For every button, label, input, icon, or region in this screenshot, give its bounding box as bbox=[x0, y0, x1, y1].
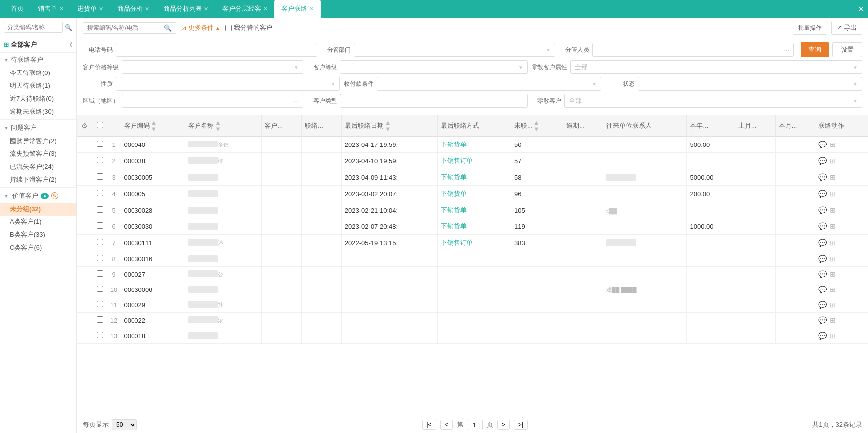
sort-icon-no-contact[interactable]: ▲▼ bbox=[534, 119, 540, 132]
contact-method-link[interactable]: 下销售订单 bbox=[441, 239, 473, 246]
chat-icon[interactable]: 💬 bbox=[818, 190, 827, 198]
sidebar-item-overdue-pending[interactable]: 逾期未联络(30) bbox=[0, 105, 76, 118]
page-input[interactable] bbox=[467, 420, 483, 430]
filter-dept-input[interactable]: ▼ bbox=[354, 43, 555, 57]
th-overdue[interactable]: 逾期... bbox=[563, 115, 603, 137]
close-purchase-tab[interactable]: ✕ bbox=[99, 0, 103, 18]
contact-method-link[interactable]: 下销货单 bbox=[441, 222, 467, 230]
row-checkbox[interactable] bbox=[97, 190, 103, 196]
sidebar-search-input[interactable] bbox=[4, 22, 63, 33]
close-product-analysis-list-tab[interactable]: ✕ bbox=[204, 0, 208, 18]
tab-customer-segment[interactable]: 客户分层经客 ✕ bbox=[215, 0, 274, 18]
tab-product-analysis-list[interactable]: 商品分析列表 ✕ bbox=[156, 0, 215, 18]
sidebar-group-pending[interactable]: ▼ 待联络客户 bbox=[0, 53, 76, 67]
row-checkbox[interactable] bbox=[97, 222, 103, 229]
th-last-contact-date[interactable]: 最后联络日期 ▲▼ bbox=[341, 115, 437, 137]
row-checkbox[interactable] bbox=[97, 173, 103, 180]
sidebar-item-abnormal[interactable]: 囤购异常客户(2) bbox=[0, 135, 76, 147]
chat-icon[interactable]: 💬 bbox=[818, 270, 827, 278]
settings-icon[interactable]: ⚙ bbox=[81, 122, 88, 130]
sidebar-item-class-c[interactable]: C类客户(6) bbox=[0, 241, 76, 254]
row-checkbox[interactable] bbox=[97, 270, 103, 277]
sidebar-item-tomorrow-pending[interactable]: 明天待联络(1) bbox=[0, 79, 76, 92]
sidebar-item-unclassified[interactable]: 未分组(32) bbox=[0, 203, 76, 216]
close-customer-contact-tab[interactable]: ✕ bbox=[309, 0, 314, 18]
query-button[interactable]: 查询 bbox=[801, 42, 829, 57]
grid-action-icon[interactable]: ⊞ bbox=[830, 222, 836, 230]
tab-customer-contact[interactable]: 客户联络 ✕ bbox=[274, 0, 321, 18]
chat-icon[interactable]: 💬 bbox=[818, 286, 827, 293]
close-product-analysis-tab[interactable]: ✕ bbox=[145, 0, 149, 18]
sidebar-search-icon[interactable]: 🔍 bbox=[65, 24, 72, 31]
grid-action-icon[interactable]: ⊞ bbox=[830, 206, 836, 214]
chat-icon[interactable]: 💬 bbox=[818, 255, 827, 263]
filter-customer-level-input[interactable]: ▼ bbox=[340, 60, 528, 74]
row-checkbox[interactable] bbox=[97, 206, 103, 213]
grid-action-icon[interactable]: ⊞ bbox=[830, 316, 836, 324]
sidebar-item-today-pending[interactable]: 今天待联络(0) bbox=[0, 67, 76, 79]
grid-action-icon[interactable]: ⊞ bbox=[830, 255, 836, 263]
close-sales-tab[interactable]: ✕ bbox=[59, 0, 64, 18]
th-this-year[interactable]: 本年... bbox=[687, 115, 735, 137]
chat-icon[interactable]: 💬 bbox=[818, 157, 827, 165]
contact-method-link[interactable]: 下销售订单 bbox=[441, 157, 473, 164]
tab-sales[interactable]: 销售单 ✕ bbox=[31, 0, 70, 18]
filter-payment-input[interactable]: ▼ bbox=[377, 77, 601, 91]
grid-action-icon[interactable]: ⊞ bbox=[830, 190, 836, 198]
export-button[interactable]: ↗ 导出 bbox=[831, 21, 862, 35]
th-no-contact[interactable]: 未联... ▲▼ bbox=[511, 115, 563, 137]
sort-icon-code[interactable]: ▲▼ bbox=[151, 119, 157, 132]
sidebar-collapse-icon[interactable]: 《 bbox=[67, 41, 72, 49]
sort-icon-date[interactable]: ▲▼ bbox=[385, 119, 391, 132]
grid-action-icon[interactable]: ⊞ bbox=[830, 173, 836, 181]
sidebar-item-class-a[interactable]: A类客户(1) bbox=[0, 216, 76, 228]
row-checkbox[interactable] bbox=[97, 286, 103, 292]
prev-page-button[interactable]: < bbox=[440, 420, 453, 430]
grid-action-icon[interactable]: ⊞ bbox=[830, 301, 836, 309]
batch-operations-button[interactable]: 批量操作 bbox=[793, 21, 827, 35]
row-checkbox[interactable] bbox=[97, 141, 103, 147]
my-customers-checkbox-label[interactable]: 我分管的客户 bbox=[225, 23, 272, 32]
filter-status-input[interactable]: ▼ bbox=[638, 77, 862, 91]
th-last-contact-method[interactable]: 最后联络方式 bbox=[438, 115, 511, 137]
filter-more-conditions[interactable]: ⊿ 更多条件 ▲ bbox=[181, 23, 220, 32]
filter-region-input[interactable]: ··· bbox=[122, 94, 303, 108]
sidebar-group-value[interactable]: ▼ 价值客户 ● ↻ bbox=[0, 189, 76, 203]
next-page-button[interactable]: > bbox=[497, 420, 510, 430]
tab-home[interactable]: 首页 bbox=[4, 0, 31, 18]
grid-action-icon[interactable]: ⊞ bbox=[830, 286, 836, 293]
sidebar-item-class-b[interactable]: B类客户(33) bbox=[0, 228, 76, 241]
filter-price-level-input[interactable]: ▼ bbox=[122, 60, 303, 74]
sort-icon-name[interactable]: ▲▼ bbox=[215, 119, 221, 132]
grid-action-icon[interactable]: ⊞ bbox=[830, 141, 836, 148]
row-checkbox[interactable] bbox=[97, 255, 103, 261]
grid-action-icon[interactable]: ⊞ bbox=[830, 270, 836, 278]
sidebar-item-declining[interactable]: 持续下滑客户(2) bbox=[0, 173, 76, 186]
sidebar-item-churn-warning[interactable]: 流失预警客户(3) bbox=[0, 147, 76, 160]
last-page-button[interactable]: >| bbox=[514, 420, 528, 430]
grid-action-icon[interactable]: ⊞ bbox=[830, 239, 836, 247]
select-all-checkbox[interactable] bbox=[97, 122, 103, 128]
filter-retail-customer-input[interactable]: 全部 ▼ bbox=[564, 94, 862, 108]
close-window-button[interactable]: ✕ bbox=[858, 4, 864, 14]
th-name[interactable]: 客户名称 ▲▼ bbox=[185, 115, 262, 137]
sidebar-all-customers[interactable]: ⊞ 全部客户 《 bbox=[0, 37, 76, 53]
th-this-month[interactable]: 本月... bbox=[775, 115, 815, 137]
my-customers-checkbox[interactable] bbox=[225, 25, 232, 31]
chat-icon[interactable]: 💬 bbox=[818, 141, 827, 148]
contact-method-link[interactable]: 下销货单 bbox=[441, 141, 467, 148]
filter-search-input[interactable] bbox=[87, 24, 162, 31]
chat-icon[interactable]: 💬 bbox=[818, 206, 827, 214]
row-checkbox[interactable] bbox=[97, 301, 103, 307]
th-unit-contact[interactable]: 往来单位联系人 bbox=[603, 115, 687, 137]
filter-nature-input[interactable]: ▼ bbox=[116, 77, 340, 91]
chat-icon[interactable]: 💬 bbox=[818, 222, 827, 230]
contact-method-link[interactable]: 下销货单 bbox=[441, 173, 467, 181]
grid-action-icon[interactable]: ⊞ bbox=[830, 332, 836, 340]
close-customer-segment-tab[interactable]: ✕ bbox=[263, 0, 267, 18]
chat-icon[interactable]: 💬 bbox=[818, 332, 827, 340]
chat-icon[interactable]: 💬 bbox=[818, 173, 827, 181]
chat-icon[interactable]: 💬 bbox=[818, 301, 827, 309]
contact-method-link[interactable]: 下销货单 bbox=[441, 190, 467, 197]
tab-product-analysis[interactable]: 商品分析 ✕ bbox=[110, 0, 156, 18]
